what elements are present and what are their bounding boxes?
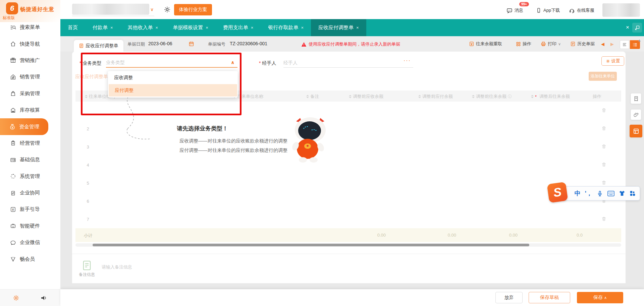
tab-label: 银行存取款单 bbox=[268, 24, 298, 31]
chevron-up-icon[interactable]: ∧ bbox=[231, 60, 234, 65]
chevron-down-icon[interactable]: ∨ bbox=[558, 42, 561, 46]
history-button[interactable]: 历史单据 bbox=[570, 41, 595, 47]
sidebar-item-label: 系统管理 bbox=[20, 173, 40, 180]
sort-icon[interactable] bbox=[349, 95, 352, 98]
handler-input[interactable] bbox=[283, 58, 413, 68]
remark-input[interactable] bbox=[102, 264, 605, 280]
operate-button[interactable]: 操作 bbox=[516, 41, 531, 47]
sidebar-item-base-info[interactable]: 基础信息 bbox=[0, 151, 60, 168]
sidebar-item-search-menu[interactable]: 搜索菜单 bbox=[0, 19, 60, 36]
tab-ar-ap-adjust[interactable]: 应收应付调整单× bbox=[311, 19, 366, 36]
tab-payment[interactable]: 付款单× bbox=[85, 19, 120, 36]
close-icon[interactable]: × bbox=[356, 25, 359, 30]
chevron-down-icon[interactable]: ∨ bbox=[150, 7, 154, 12]
next-doc-icon[interactable]: ▶ bbox=[610, 42, 614, 47]
sidebar-item-wecom[interactable]: 企业微信 bbox=[0, 234, 60, 251]
company-selector[interactable] bbox=[72, 4, 149, 15]
sort-icon[interactable] bbox=[85, 95, 88, 98]
tabbar: 首页 付款单× 其他收入单× 单据模板设置× 费用支出单× 银行存取款单× 应收… bbox=[60, 19, 644, 36]
sogou-logo-icon[interactable]: S bbox=[547, 182, 568, 203]
column-header-post-balance[interactable]: *调整后往来余额 bbox=[531, 94, 570, 100]
toolbox-grid-icon[interactable] bbox=[630, 190, 636, 196]
balance-refetch-button[interactable]: 往来余额重取 bbox=[469, 41, 502, 47]
dropdown-option-receivable[interactable]: 应收调整 bbox=[108, 71, 238, 84]
sidebar-item-smart-hardware[interactable]: 智能硬件 bbox=[0, 218, 60, 234]
app-download-button[interactable]: App下载 bbox=[536, 7, 560, 13]
column-header-pre-receivable[interactable]: 调整前应收余额 bbox=[349, 94, 383, 100]
dropdown-option-payable[interactable]: 应付调整 bbox=[109, 84, 237, 97]
sidebar-item-marketing[interactable]: 营销推广 bbox=[0, 52, 60, 69]
close-icon[interactable]: × bbox=[626, 24, 629, 31]
sidebar-item-collaboration[interactable]: 企业协同 bbox=[0, 185, 60, 201]
date-value[interactable]: 2023-06-06 bbox=[148, 41, 172, 46]
prev-doc-icon[interactable]: ◀ bbox=[601, 42, 604, 47]
sidebar-item-operations[interactable]: 经营管理 bbox=[0, 135, 60, 151]
settings-button[interactable]: 设置 bbox=[601, 56, 624, 66]
float-receipt-button[interactable] bbox=[631, 93, 641, 104]
row-number: 6 bbox=[83, 199, 93, 204]
calendar-icon[interactable] bbox=[189, 41, 194, 47]
try-industry-button[interactable]: 体验行业方案 bbox=[174, 4, 212, 15]
online-support-button[interactable]: 在线客服 bbox=[569, 7, 594, 13]
tab-home[interactable]: 首页 bbox=[60, 19, 85, 36]
column-header-pre-payable[interactable]: 调整前应付余额 bbox=[418, 94, 453, 100]
biztype-input[interactable] bbox=[106, 58, 237, 68]
column-header-pre-balance[interactable]: 调整前往来余额ⓘ bbox=[472, 94, 512, 100]
delete-row-icon[interactable] bbox=[601, 108, 606, 113]
keyboard-icon[interactable] bbox=[607, 191, 614, 196]
gift-icon bbox=[10, 57, 16, 63]
document-title-card[interactable]: 应收应付调整单 bbox=[74, 40, 123, 52]
delete-row-icon[interactable] bbox=[601, 144, 606, 149]
save-draft-button[interactable]: 保存草稿 bbox=[529, 292, 570, 303]
sidebar-item-purchase[interactable]: 采购管理 bbox=[0, 85, 60, 102]
gear-icon[interactable] bbox=[164, 6, 171, 13]
ime-chinese-mode[interactable]: 中 bbox=[575, 189, 581, 197]
tab-template-settings[interactable]: 单据模板设置× bbox=[165, 19, 216, 36]
sort-icon[interactable] bbox=[306, 95, 309, 98]
column-header-remark[interactable]: 备注 bbox=[306, 94, 319, 100]
remark-section: 备注信息 bbox=[78, 260, 96, 278]
sort-icon[interactable] bbox=[472, 95, 475, 98]
discard-button[interactable]: 放弃 bbox=[495, 292, 523, 303]
sidebar-item-system[interactable]: 系统管理 bbox=[0, 168, 60, 185]
volume-icon[interactable] bbox=[40, 295, 48, 301]
close-icon[interactable]: × bbox=[206, 25, 208, 30]
skin-shirt-icon[interactable] bbox=[619, 190, 625, 196]
close-icon[interactable]: × bbox=[110, 25, 113, 30]
scrollbar-up-icon[interactable]: ▲ bbox=[638, 38, 641, 42]
sort-icon[interactable] bbox=[418, 95, 421, 98]
delete-row-icon[interactable] bbox=[601, 126, 606, 131]
microphone-icon[interactable] bbox=[597, 190, 603, 197]
horizontal-scrollbar-thumb[interactable] bbox=[93, 244, 529, 246]
delete-row-icon[interactable] bbox=[601, 162, 606, 167]
ime-punctuation[interactable]: '， bbox=[585, 189, 592, 197]
more-ellipsis-icon[interactable]: ··· bbox=[404, 58, 411, 64]
tab-other-income[interactable]: 其他收入单× bbox=[120, 19, 166, 36]
tab-expense[interactable]: 费用支出单× bbox=[216, 19, 261, 36]
close-icon[interactable]: × bbox=[251, 25, 254, 30]
settings-gear-icon[interactable] bbox=[13, 295, 19, 301]
tab-bank-deposit[interactable]: 银行存取款单× bbox=[261, 19, 311, 36]
sidebar-item-inventory[interactable]: 库存核算 bbox=[0, 102, 60, 118]
add-unit-button[interactable]: 添加往来单位 bbox=[589, 72, 617, 81]
sidebar-item-quick-nav[interactable]: 快捷导航 bbox=[0, 36, 60, 52]
sort-icon[interactable] bbox=[531, 95, 534, 98]
float-attachment-button[interactable] bbox=[631, 109, 641, 120]
expand-icon[interactable] bbox=[632, 23, 642, 33]
tab-label: 单据模板设置 bbox=[173, 24, 203, 31]
close-icon[interactable]: × bbox=[301, 25, 304, 30]
sidebar-item-funds[interactable]: 资金管理 bbox=[0, 118, 48, 135]
list-view-toggle[interactable] bbox=[620, 40, 629, 49]
sidebar-item-newbie-guide[interactable]: 新 新手引导 bbox=[0, 201, 60, 218]
subtotal-row: 小计 0.00 0.00 0.00 0.0 bbox=[75, 228, 621, 242]
delete-row-icon[interactable] bbox=[601, 216, 606, 222]
save-button[interactable]: 保存 ∧ bbox=[577, 292, 623, 303]
empty-state-title: 请先选择业务类型！ bbox=[177, 125, 228, 132]
sidebar-item-sales[interactable]: 销售管理 bbox=[0, 69, 60, 85]
print-button[interactable]: 打印 ∨ bbox=[541, 41, 561, 47]
close-icon[interactable]: × bbox=[156, 25, 158, 30]
delete-row-icon[interactable] bbox=[601, 180, 606, 185]
messages-button[interactable]: 消息 bbox=[506, 7, 523, 13]
sidebar-item-member[interactable]: 畅会员 bbox=[0, 251, 60, 267]
float-panel-button[interactable] bbox=[630, 125, 642, 137]
